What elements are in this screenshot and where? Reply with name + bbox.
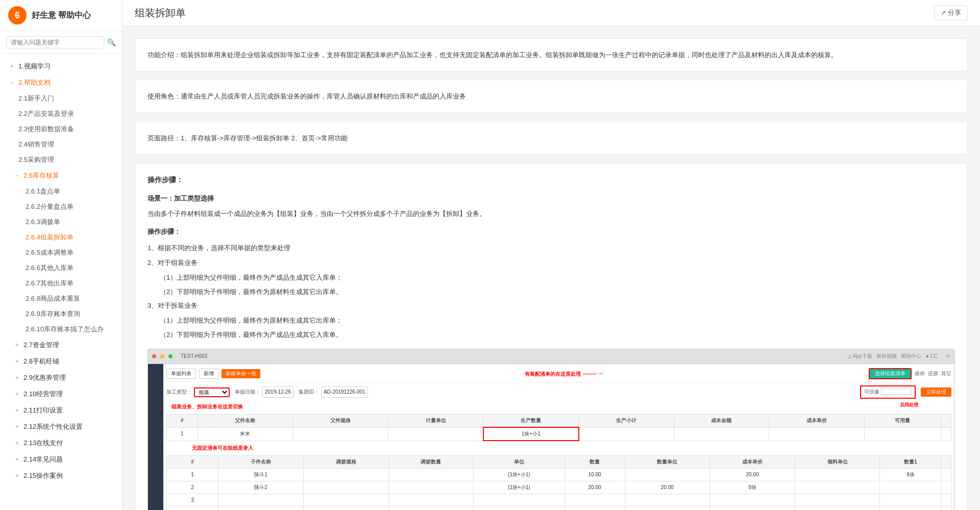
- steps-sub-heading: 操作步骤：: [148, 226, 955, 237]
- app-logo: 6: [8, 6, 27, 25]
- sidebar-item-custom[interactable]: + 2.12系统个性化设置: [0, 419, 122, 435]
- sidebar-item-inventory[interactable]: − 2.6库存核算: [0, 167, 122, 184]
- search-box: 🔍: [0, 31, 122, 54]
- sidebar-item-262[interactable]: 2.6.2分量盘点单: [0, 199, 122, 214]
- sidebar: 6 好生意 帮助中心 🔍 + 1.视频学习 − 2.帮助文档 2.1新手入门 2…: [0, 0, 122, 510]
- annotation-type-text: 组装业务、拆卸业务在这里切换: [172, 404, 243, 409]
- role-card: 使用角色：通常由生产人员或库管人员完成拆装业务的操作，库管人员确认原材料的出库和…: [135, 80, 968, 113]
- expand-icon-cases: +: [13, 472, 20, 479]
- expand-icon: +: [8, 63, 15, 70]
- sidebar-item-cases[interactable]: + 2.15操作案例: [0, 468, 122, 484]
- sidebar-item-sales[interactable]: 2.4销售管理: [0, 137, 122, 152]
- sidebar-item-268[interactable]: 2.6.8商品成本重算: [0, 291, 122, 306]
- sidebar-item-266[interactable]: 2.6.6其他入库单: [0, 260, 122, 276]
- scene1-desc: 当由多个子件材料组装成一个成品的业务为【组装】业务，当由一个父件拆分成多个子产品…: [148, 208, 955, 220]
- sidebar-item-docs[interactable]: − 2.帮助文档: [0, 75, 122, 91]
- sidebar-item-newcomer[interactable]: 2.1新手入门: [0, 91, 122, 106]
- expand-icon-op: +: [13, 391, 20, 398]
- mock-parent-table: # 父件名称 父件规格 计量单位 生产数量 生产小计 成本金额 成本单价 可用量: [166, 414, 951, 441]
- mock-apply-field: 可供量: [860, 385, 916, 399]
- sidebar-item-video[interactable]: + 1.视频学习: [0, 58, 122, 75]
- step3-1: （1）上部明细为父件明细，最终作为原材料生成其它出库单；: [160, 314, 955, 326]
- annotation-combine-text: 有装配清单的在这里处理: [525, 371, 581, 377]
- collapse-icon-inventory: −: [13, 172, 20, 179]
- mock-btn-add: 新增: [199, 369, 218, 379]
- table-row: 3: [167, 494, 951, 506]
- expand-icon-funds: +: [13, 342, 20, 349]
- mock-child-table: # 子件名称 调拨规格 调拨数量 单位 数量 数量单位 成本单价 领料单位: [166, 455, 951, 510]
- sidebar-item-faq[interactable]: + 2.14常见问题: [0, 451, 122, 468]
- sidebar-item-print[interactable]: + 2.11打印设置: [0, 402, 122, 419]
- sidebar-item-264[interactable]: 2.6.4组装拆卸单: [0, 230, 122, 245]
- app-title: 好生意 帮助中心: [32, 10, 91, 21]
- share-button[interactable]: ↗ 分享: [934, 5, 968, 20]
- sidebar-item-263[interactable]: 2.6.3调拨单: [0, 214, 122, 230]
- mock-form-row1: 加工类型： 组装 拆卸 单据日期： 2019-12-26: [166, 385, 951, 399]
- mock-app-body: 单据列表 新增 新建单据一笔 有装配清单的在这里处理 ——→ 选择组装清单 保存…: [148, 364, 954, 510]
- table-row: 1 米米 1块+小1: [167, 427, 951, 441]
- sidebar-item-261[interactable]: 2.6.1盘点单: [0, 184, 122, 199]
- mock-toolbar-row: 单据列表 新增 新建单据一笔 有装配清单的在这里处理 ——→ 选择组装清单 保存…: [166, 367, 951, 382]
- search-icon[interactable]: 🔍: [107, 38, 116, 46]
- mock-btn-new: 新建单据一笔: [222, 369, 260, 378]
- mock-main: 单据列表 新增 新建单据一笔 有装配清单的在这里处理 ——→ 选择组装清单 保存…: [163, 364, 954, 510]
- step2-1: （1）上部明细为父件明细，最终作为产成品生成其它入库单；: [160, 272, 955, 283]
- annotation-arrow-right: ——→: [583, 369, 604, 377]
- mock-btn-confirm: 立即处理: [921, 387, 951, 397]
- sidebar-item-269[interactable]: 2.6.9库存账本查询: [0, 306, 122, 322]
- table-row: 4: [167, 506, 951, 510]
- step2: 2、对于组装业务: [148, 257, 955, 269]
- intro-card: 功能介绍：组装拆卸单用来处理企业组装或拆卸等加工业务，支持有固定装配清单的产品加…: [135, 38, 968, 71]
- intro-text: 功能介绍：组装拆卸单用来处理企业组装或拆卸等加工业务，支持有固定装配清单的产品加…: [148, 49, 955, 61]
- sidebar-item-2610[interactable]: 2.6.10库存账本搞了怎么办: [0, 322, 122, 337]
- path-card: 页面路径：1、库存核算->库存管理->组装拆卸单 2、首页->常用功能: [135, 122, 968, 155]
- mock-test-id: TEST-H002: [181, 352, 207, 361]
- path-text: 页面路径：1、库存核算->库存管理->组装拆卸单 2、首页->常用功能: [148, 132, 955, 144]
- step3-sub-list: （1）上部明细为父件明细，最终作为原材料生成其它出库单； （2）下部明细为子件明…: [148, 314, 955, 341]
- sidebar-header: 6 好生意 帮助中心: [0, 0, 122, 31]
- sidebar-item-online[interactable]: + 2.13在线支付: [0, 435, 122, 451]
- sidebar-item-purchase[interactable]: 2.5采购管理: [0, 152, 122, 167]
- sidebar-item-265[interactable]: 2.6.5成本调整单: [0, 245, 122, 260]
- steps-list: 1、根据不同的业务，选择不同单据的类型来处理 2、对于组装业务 （1）上部明细为…: [148, 242, 955, 341]
- steps-heading: 操作步骤：: [148, 174, 955, 186]
- sidebar-item-funds[interactable]: + 2.7资金管理: [0, 337, 122, 353]
- expand-icon-mobile: +: [13, 358, 20, 365]
- mock-titlebar: TEST-H002 △ App下载 帮助视频 帮助中心 ● CC ✕: [148, 349, 954, 364]
- sidebar-item-mobile[interactable]: + 2.8手机旺铺: [0, 353, 122, 370]
- main-content: 组装拆卸单 ↗ 分享 功能介绍：组装拆卸单用来处理企业组装或拆卸等加工业务，支持…: [122, 0, 980, 510]
- expand-icon-faq: +: [13, 456, 20, 463]
- mock-btn-list: 单据列表: [166, 369, 196, 379]
- search-input[interactable]: [6, 36, 104, 48]
- page-title: 组装拆卸单: [135, 6, 186, 20]
- sidebar-item-operation[interactable]: + 2.10经营管理: [0, 386, 122, 402]
- step1: 1、根据不同的业务，选择不同单据的类型来处理: [148, 242, 955, 254]
- sidebar-item-coupon[interactable]: + 2.9优惠券管理: [0, 370, 122, 386]
- mock-screenshot: TEST-H002 △ App下载 帮助视频 帮助中心 ● CC ✕ 单据列表: [148, 349, 955, 510]
- step2-2: （2）下部明细为子件明细，最终作为原材料生成其它出库单。: [160, 286, 955, 298]
- mock-type-select: 组装 拆卸: [194, 387, 230, 397]
- sidebar-item-prepare[interactable]: 2.3使用前数据准备: [0, 122, 122, 137]
- annotation-nofixed-text: 无固定清单可在组线里录入: [192, 445, 253, 451]
- step2-sub-list: （1）上部明细为父件明细，最终作为产成品生成其它入库单； （2）下部明细为子件明…: [148, 272, 955, 298]
- mock-btn-select-combine: 选择组装清单: [869, 368, 912, 379]
- step3-2: （2）下部明细为子件明细，最终作为产成品生成其它入库单。: [160, 329, 955, 341]
- sidebar-item-267[interactable]: 2.6.7其他出库单: [0, 276, 122, 291]
- expand-icon-online: +: [13, 440, 20, 447]
- table-row: 1 陕斗1 (1块+小1) 10.00 20.00 9块: [167, 468, 951, 481]
- expand-icon-print: +: [13, 407, 20, 414]
- expand-icon-custom: +: [13, 423, 20, 430]
- sidebar-item-install[interactable]: 2.2产品安装及登录: [0, 106, 122, 122]
- close-icon: ✕: [946, 351, 950, 361]
- scene1-heading: 场景一：加工类型选择: [148, 192, 955, 204]
- table-row: 2 陕斗2 (1块+小1) 20.00 20.00 9块: [167, 481, 951, 494]
- sidebar-nav: + 1.视频学习 − 2.帮助文档 2.1新手入门 2.2产品安装及登录 2.3…: [0, 54, 122, 510]
- mock-sidebar: [148, 364, 163, 510]
- topbar: 组装拆卸单 ↗ 分享: [122, 0, 980, 26]
- step3: 3、对于拆装业务: [148, 300, 955, 311]
- steps-card: 操作步骤： 场景一：加工类型选择 当由多个子件材料组装成一个成品的业务为【组装】…: [135, 163, 968, 510]
- share-icon: ↗: [941, 9, 946, 16]
- content-area: 功能介绍：组装拆卸单用来处理企业组装或拆卸等加工业务，支持有固定装配清单的产品加…: [122, 26, 980, 510]
- collapse-icon: −: [8, 79, 15, 86]
- role-text: 使用角色：通常由生产人员或库管人员完成拆装业务的操作，库管人员确认原材料的出库和…: [148, 90, 955, 102]
